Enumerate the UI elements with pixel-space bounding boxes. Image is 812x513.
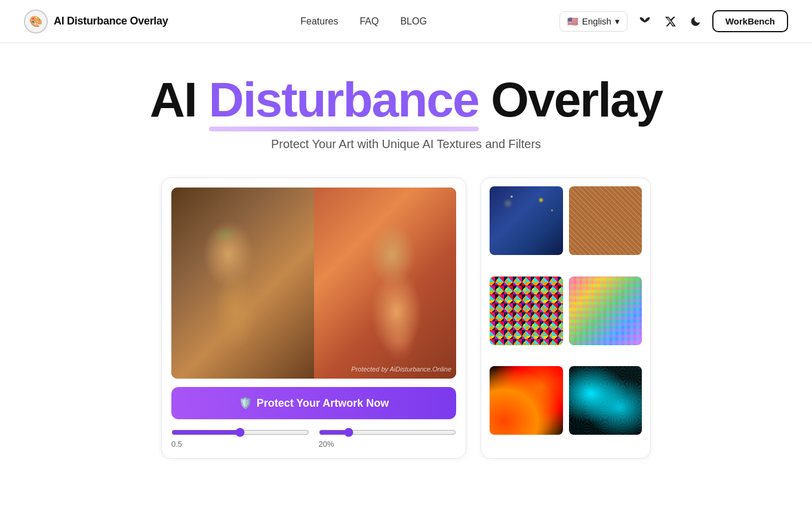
slider2-value: 20% (319, 440, 457, 449)
intensity-slider[interactable] (171, 428, 309, 437)
logo-text: AI Disturbance Overlay (54, 15, 168, 27)
watermark-text: Protected by AiDisturbance.Online (351, 365, 451, 373)
protect-icon: 🛡️ (239, 397, 252, 410)
protect-label: Protect Your Artwork Now (257, 397, 389, 410)
coverage-slider[interactable] (319, 428, 457, 437)
texture-starry-night[interactable] (490, 186, 563, 255)
sliders-container: 0.5 20% (171, 428, 456, 449)
logo-area[interactable]: 🎨 AI Disturbance Overlay (24, 10, 168, 33)
main-nav: Features FAQ BLOG (300, 16, 427, 27)
texture-grid (481, 177, 651, 459)
hero-title-purple: Disturbance (209, 73, 479, 127)
original-image (171, 188, 314, 379)
nav-blog[interactable]: BLOG (400, 16, 426, 27)
language-selector[interactable]: 🇺🇸 English ▾ (559, 11, 628, 32)
flag-icon: 🇺🇸 (567, 16, 579, 27)
slider1-value: 0.5 (171, 440, 309, 449)
texture-colorful-noise[interactable] (490, 277, 563, 345)
artwork-preview: Protected by AiDisturbance.Online (171, 188, 456, 379)
texture-fire[interactable] (490, 366, 563, 435)
texture-pointillism[interactable] (569, 186, 642, 255)
butterfly-icon (638, 16, 651, 27)
x-twitter-icon (665, 16, 676, 27)
nav-faq[interactable]: FAQ (359, 16, 379, 27)
hero-subtitle: Protect Your Art with Unique AI Textures… (271, 137, 541, 151)
texture-black-swirls[interactable] (569, 366, 642, 435)
protected-image: Protected by AiDisturbance.Online (314, 188, 457, 379)
butterfly-icon-button[interactable] (636, 13, 654, 30)
moon-icon (690, 16, 702, 27)
chevron-down-icon: ▾ (615, 16, 620, 27)
figure-right (314, 188, 457, 379)
slider1-group: 0.5 (171, 428, 309, 449)
split-image: Protected by AiDisturbance.Online (171, 188, 456, 379)
theme-toggle-button[interactable] (687, 13, 704, 30)
language-label: English (582, 16, 611, 26)
header-right: 🇺🇸 English ▾ WorkBench (559, 10, 788, 32)
hero-title: AI Disturbance Overlay (150, 73, 662, 127)
demo-container: Protected by AiDisturbance.Online 🛡️ Pro… (161, 177, 651, 459)
texture-psychedelic[interactable] (569, 277, 642, 345)
main-card: Protected by AiDisturbance.Online 🛡️ Pro… (161, 177, 466, 459)
logo-icon: 🎨 (24, 10, 48, 33)
hero-title-part2: Overlay (479, 72, 663, 127)
nav-features[interactable]: Features (300, 16, 338, 27)
workbench-button[interactable]: WorkBench (712, 10, 788, 32)
slider2-group: 20% (319, 428, 457, 449)
figure-left (171, 188, 314, 379)
hero-title-part1: AI (150, 72, 209, 127)
protect-artwork-button[interactable]: 🛡️ Protect Your Artwork Now (171, 387, 456, 419)
x-twitter-icon-button[interactable] (662, 13, 679, 30)
